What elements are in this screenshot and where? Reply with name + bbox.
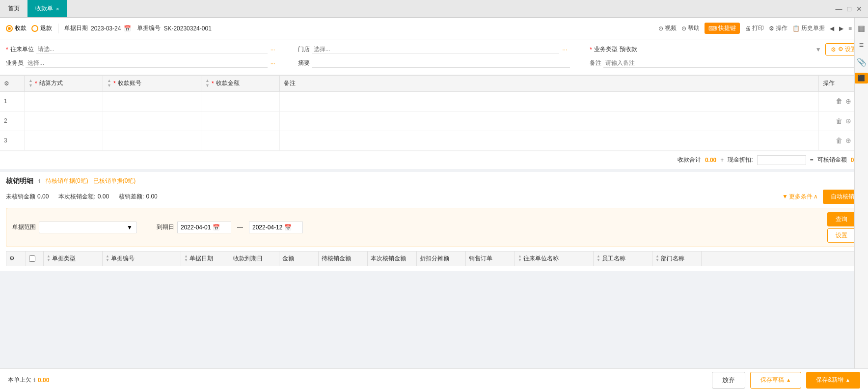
td-settlement-1[interactable] (25, 92, 103, 111)
tab-home[interactable]: 首页 (0, 0, 27, 17)
operation-btn[interactable]: ⚙ 操作 (769, 24, 787, 32)
td-amount-1[interactable] (201, 92, 280, 111)
help-btn[interactable]: ⊙ 帮助 (681, 24, 700, 32)
equals-sign: = (810, 157, 814, 164)
store-field: 门店 ··· (298, 45, 570, 54)
td-settlement-2[interactable] (25, 112, 103, 131)
salesman-label: 业务员 (6, 59, 24, 67)
video-btn[interactable]: ⊙ 视频 (658, 24, 677, 32)
filter-settings-btn[interactable]: 设置 (827, 228, 856, 243)
draft-btn[interactable]: 保存草稿 ▲ (750, 372, 801, 389)
salesman-more-btn[interactable]: ··· (268, 60, 278, 67)
calendar-icon[interactable]: 📅 (124, 25, 131, 32)
biz-type-dropdown-icon[interactable]: ▼ (815, 46, 821, 53)
minimize-btn[interactable]: — (836, 5, 842, 13)
total-value: 0.00 (705, 157, 716, 164)
next-btn[interactable]: ▶ (839, 25, 843, 32)
settlement-sort-icon[interactable]: ▲▼ (28, 79, 33, 88)
maximize-btn[interactable]: □ (847, 5, 851, 13)
refund-radio-dot (31, 25, 38, 32)
salesman-input[interactable] (26, 58, 268, 68)
tab-close-icon[interactable]: × (56, 6, 59, 12)
diff-stat: 核销差额: 0.00 (119, 193, 158, 201)
store-input[interactable] (312, 45, 560, 54)
close-btn[interactable]: ✕ (856, 5, 862, 13)
td-remarks-row-2[interactable] (280, 112, 819, 131)
doc-no-sort-icon[interactable]: ▲▼ (106, 254, 109, 262)
bth-doc-no: ▲▼ 单据编号 (103, 251, 181, 266)
calendar-from-icon[interactable]: 📅 (213, 224, 220, 231)
info-icon[interactable]: ℹ (38, 178, 41, 185)
bth-settings[interactable]: ⚙ (6, 251, 26, 266)
td-account-2[interactable] (103, 112, 201, 131)
counterpart-input[interactable] (36, 45, 268, 54)
employee-sort-icon[interactable]: ▲▼ (597, 254, 600, 262)
divider-1 (58, 24, 58, 33)
remarks-input[interactable] (603, 58, 862, 68)
date-to-input[interactable]: 2022-04-12 📅 (249, 222, 303, 233)
doc-date-group: 单据日期 2023-03-24 📅 (64, 24, 131, 32)
bth-checkbox[interactable] (26, 251, 44, 266)
unverified-label: 未核销金额 (6, 193, 35, 201)
copy-icon-3[interactable]: ⊕ (845, 137, 851, 144)
pending-tab[interactable]: 待核销单据(0笔) (46, 177, 88, 185)
delete-icon-2[interactable]: 🗑 (836, 117, 842, 125)
account-sort-icon[interactable]: ▲▼ (107, 79, 111, 88)
prev-btn[interactable]: ◀ (830, 25, 834, 32)
sidebar-list-icon[interactable]: ≡ (857, 39, 866, 52)
main-content: 收款 退款 单据日期 2023-03-24 📅 单据编号 SK-20230324… (0, 18, 868, 391)
td-settlement-3[interactable] (25, 131, 103, 150)
sidebar-active-icon[interactable]: ⬛ (855, 73, 868, 84)
dept-sort-icon[interactable]: ▲▼ (655, 254, 659, 262)
doc-date-sort-icon[interactable]: ▲▼ (184, 254, 188, 262)
doc-range-label: 单据范围 (12, 223, 36, 231)
summary-input[interactable] (312, 58, 570, 68)
sidebar-table-icon[interactable]: ▦ (856, 22, 867, 35)
btm-settings-icon[interactable]: ⚙ (9, 255, 15, 262)
done-tab[interactable]: 已核销单据(0笔) (93, 177, 136, 185)
biz-type-value: 预收款 (620, 45, 815, 54)
td-amount-3[interactable] (201, 131, 280, 150)
copy-icon-2[interactable]: ⊕ (845, 117, 851, 125)
delete-icon-1[interactable]: 🗑 (836, 97, 842, 105)
counterpart-sort-icon[interactable]: ▲▼ (518, 254, 522, 262)
store-more-btn[interactable]: ··· (559, 46, 570, 53)
doc-date-value: 2023-03-24 (91, 25, 121, 32)
history-btn[interactable]: 📋 历史单据 (792, 24, 825, 32)
receipt-radio-label: 收款 (15, 24, 27, 32)
info-circle-icon[interactable]: ℹ (33, 377, 36, 384)
footer: 本单上欠 ℹ 0.00 放弃 保存草稿 ▲ 保存&新增 ▲ (0, 368, 868, 391)
date-from-input[interactable]: 2022-04-01 📅 (177, 222, 231, 233)
receipt-radio[interactable]: 收款 (6, 24, 27, 32)
select-all-checkbox[interactable] (29, 255, 35, 262)
current-value: 0.00 (98, 193, 109, 200)
list-view-btn[interactable]: ≡ (848, 25, 852, 32)
td-account-3[interactable] (103, 131, 201, 150)
sidebar-attach-icon[interactable]: 📎 (855, 56, 868, 69)
bth-doc-date: ▲▼ 单据日期 (181, 251, 230, 266)
save-new-btn[interactable]: 保存&新增 ▲ (806, 372, 860, 389)
calendar-to-icon[interactable]: 📅 (284, 224, 292, 231)
th-remarks: 备注 (280, 76, 819, 91)
counterpart-more-btn[interactable]: ··· (268, 46, 278, 53)
tab-receipt[interactable]: 收款单 × (27, 0, 67, 17)
doc-range-select[interactable]: ▼ (39, 222, 137, 233)
help-icon: ⊙ (681, 25, 686, 32)
amount-sort-icon[interactable]: ▲▼ (205, 79, 210, 88)
th-settings[interactable]: ⚙ (0, 76, 25, 91)
print-btn[interactable]: 🖨 打印 (745, 24, 764, 32)
refund-radio[interactable]: 退款 (31, 24, 52, 32)
discard-btn[interactable]: 放弃 (712, 372, 745, 389)
query-btn[interactable]: 查询 (827, 212, 856, 226)
td-remarks-row-1[interactable] (280, 92, 819, 111)
td-account-1[interactable] (103, 92, 201, 111)
doc-type-sort-icon[interactable]: ▲▼ (47, 254, 51, 262)
td-amount-2[interactable] (201, 112, 280, 131)
td-remarks-row-3[interactable] (280, 131, 819, 150)
copy-icon-1[interactable]: ⊕ (845, 97, 851, 105)
delete-icon-3[interactable]: 🗑 (836, 137, 842, 144)
discount-input[interactable] (757, 155, 806, 165)
table-settings-icon[interactable]: ⚙ (4, 80, 9, 87)
shortcut-btn[interactable]: ⌨ 快捷键 (705, 23, 740, 34)
more-conditions-btn[interactable]: ▼ 更多条件 ∧ (782, 193, 818, 201)
